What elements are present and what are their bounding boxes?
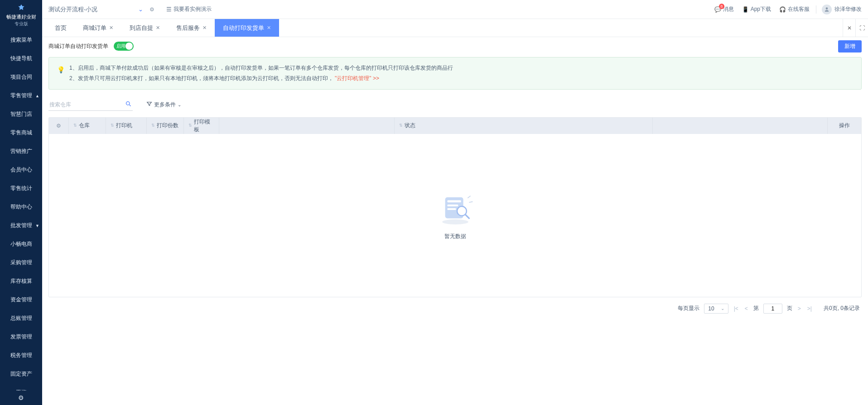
nav-item[interactable]: 搜索菜单 [0,31,42,49]
col-template[interactable]: ⇅打印模板 [184,118,219,134]
messages-label: 消息 [723,5,734,13]
nav-item[interactable]: 资金管理 [0,291,42,309]
phone-icon: 📱 [742,6,749,13]
table-empty: 暂无数据 [49,134,861,297]
nav-item[interactable]: 帮助中心 [0,198,42,216]
tab[interactable]: 售后服务✕ [168,19,215,37]
col-printer[interactable]: ⇅打印机 [106,118,147,134]
nav-item-label: 小畅电商 [10,240,32,248]
warehouse-search-input[interactable] [48,99,133,111]
column-settings-button[interactable]: ⚙ [49,118,69,134]
pager-summary: 共0页, 0条记录 [824,305,860,312]
nav-item-label: 营销推广 [10,148,32,155]
col-status[interactable]: ⇅状态 [395,118,653,134]
nav-item[interactable]: 零售管理▲ [0,86,42,105]
sidebar-settings[interactable]: ⚙ [0,391,42,405]
pager-prev[interactable]: < [744,305,749,312]
svg-line-1 [129,105,130,106]
pager: 每页显示 10 ⌄ |< < 第 页 > >| 共0页, 0条记录 [48,297,862,320]
service-label: 在线客服 [788,5,810,13]
nav-item[interactable]: 智慧门店 [0,105,42,124]
fullscreen-button[interactable]: ⛶ [855,19,868,37]
page-suffix: 页 [787,305,792,312]
col-action: 操作 [828,118,861,134]
tab-close-button[interactable]: ✕ [843,19,855,37]
add-button[interactable]: 新增 [838,40,862,52]
project-select[interactable]: 测试分开流程-小况 ⌄ [48,5,143,14]
nav-item[interactable]: 采购管理 [0,253,42,272]
nav-item[interactable]: 固定资产 [0,365,42,383]
brand-icon [17,4,26,13]
nav-item[interactable]: 总账管理 [0,309,42,328]
search-box [48,99,133,111]
page-input[interactable] [763,304,782,314]
tab[interactable]: 到店自提✕ [121,19,168,37]
feature-toolbar: 商城订单自动打印发货单 启用 新增 [42,37,868,55]
nav-item[interactable]: 发票管理 [0,328,42,346]
close-icon[interactable]: ✕ [156,25,160,31]
nav-item-label: 项目合同 [10,73,32,81]
svg-line-8 [465,214,469,218]
nav-item-label: 发票管理 [10,333,32,341]
project-settings-icon[interactable]: ⚙ [149,6,154,13]
close-icon[interactable]: ✕ [203,25,207,31]
toggle-knob [125,43,133,50]
more-conditions-button[interactable]: 更多条件 ⌄ [146,101,181,109]
enable-toggle[interactable]: 启用 [114,42,134,51]
tab[interactable]: 商城订单✕ [75,19,121,37]
demo-link[interactable]: ☰ 我要看实例演示 [166,5,212,13]
content: 💡 1、启用后，商城下单付款成功后（如果有审核是在审核之后），自动打印发货单，如… [42,55,868,405]
svg-rect-5 [447,205,458,206]
cloud-printer-link[interactable]: "云打印机管理" >> [335,75,379,81]
nav-item[interactable]: 项目合同 [0,68,42,86]
nav-item[interactable]: 零售商城 [0,124,42,142]
chevron-down-icon: ⌄ [138,6,143,13]
nav-item-label: 智慧门店 [10,110,32,118]
avatar[interactable] [822,5,832,14]
username[interactable]: 徐泽华修改 [834,5,862,13]
app-download-button[interactable]: 📱 App下载 [742,5,771,13]
pager-last[interactable]: >| [806,305,813,312]
nav-item[interactable]: 税务管理 [0,346,42,365]
nav-item-label: 批发管理 [10,222,32,229]
nav-item-label: 零售统计 [10,185,32,192]
nav-item[interactable]: 工资 [0,383,42,391]
chevron-down-icon: ⌄ [721,306,724,311]
nav-item[interactable]: 库存核算 [0,272,42,291]
tab-label: 到店自提 [130,24,153,32]
pager-next[interactable]: > [797,305,802,312]
headset-icon: 🎧 [779,6,786,13]
nav-item[interactable]: 会员中心 [0,161,42,179]
table: ⚙ ⇅仓库 ⇅打印机 ⇅打印份数 ⇅打印模板 ⇅状态 操作 [48,117,862,297]
nav-item[interactable]: 零售统计 [0,179,42,198]
nav-item-label: 搜索菜单 [10,36,32,44]
sort-icon: ⇅ [151,124,155,128]
sort-icon: ⇅ [73,124,77,128]
messages-button[interactable]: 💬 消息 8 [714,5,734,13]
col-copies[interactable]: ⇅打印份数 [147,118,184,134]
service-button[interactable]: 🎧 在线客服 [779,5,810,13]
pager-first[interactable]: |< [733,305,739,312]
page-size-select[interactable]: 10 ⌄ [704,304,728,314]
brand-edition: 专业版 [14,21,28,27]
tab-label: 首页 [55,24,67,32]
caret-down-icon: ▼ [35,224,39,228]
page-size-value: 10 [708,305,714,312]
nav-item-label: 工资 [16,389,27,391]
search-icon[interactable] [125,100,132,109]
nav-item[interactable]: 营销推广 [0,142,42,161]
close-icon[interactable]: ✕ [267,25,271,31]
nav-item-label: 总账管理 [10,314,32,322]
nav-item[interactable]: 小畅电商 [0,235,42,253]
page-prefix: 第 [753,305,759,312]
nav-item-label: 库存核算 [10,277,32,285]
col-warehouse[interactable]: ⇅仓库 [69,118,106,134]
nav-item[interactable]: 批发管理▼ [0,216,42,235]
main: 测试分开流程-小况 ⌄ ⚙ ☰ 我要看实例演示 💬 消息 8 📱 App下载 🎧… [42,0,868,405]
empty-text: 暂无数据 [444,233,466,240]
tab[interactable]: 首页 [47,19,75,37]
close-icon[interactable]: ✕ [109,25,113,31]
svg-rect-4 [447,200,461,202]
nav-item[interactable]: 快捷导航 [0,49,42,68]
tab[interactable]: 自动打印发货单✕ [215,19,279,37]
